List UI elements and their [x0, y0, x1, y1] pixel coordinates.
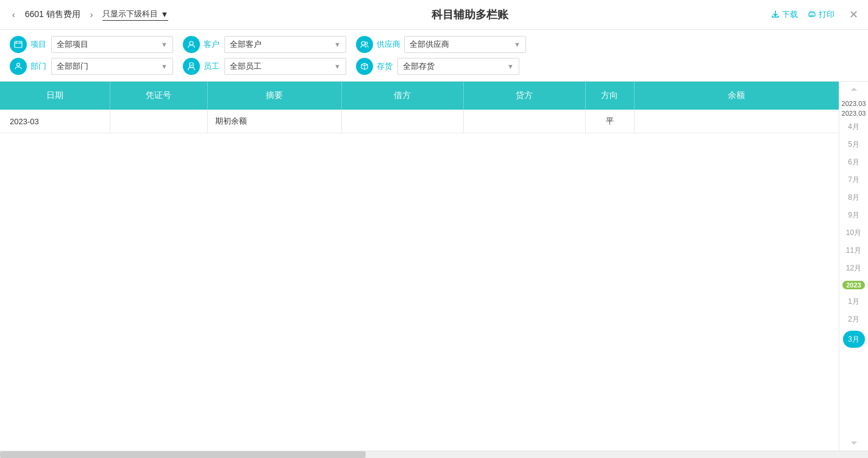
- dept-value: 全部部门: [57, 61, 88, 72]
- sidebar-month-1[interactable]: 1月: [839, 293, 868, 311]
- print-label: 打印: [819, 9, 834, 20]
- sidebar-month-5[interactable]: 5月: [839, 136, 868, 153]
- dept-label: 部门: [30, 61, 48, 72]
- supplier-label: 供应商: [377, 39, 400, 50]
- account-code: 6601 销售费用: [25, 9, 80, 20]
- sidebar-month-7[interactable]: 7月: [839, 171, 868, 189]
- sidebar-down-btn[interactable]: [845, 434, 863, 451]
- cell-date: 2023-03: [0, 110, 110, 133]
- svg-point-6: [361, 41, 365, 45]
- table-row: 2023-03 期初余额 平: [0, 110, 839, 133]
- svg-point-7: [365, 42, 368, 44]
- employee-select[interactable]: 全部员工 ▼: [224, 58, 346, 75]
- filter-supplier: 供应商 全部供应商 ▼: [356, 36, 526, 53]
- project-label: 项目: [30, 39, 48, 50]
- col-credit: 贷方: [463, 82, 585, 110]
- account-code-num: 6601: [25, 9, 44, 19]
- show-sub-label: 只显示下级科目: [102, 9, 158, 19]
- filter-dept: 部门 全部部门 ▼: [10, 58, 173, 75]
- project-value: 全部项目: [57, 39, 88, 50]
- sidebar-month-4[interactable]: 4月: [839, 118, 868, 136]
- col-direction: 方向: [585, 82, 634, 110]
- supplier-arrow-icon: ▼: [514, 41, 521, 48]
- sidebar-period-2[interactable]: 2023.03: [839, 108, 868, 118]
- dept-select[interactable]: 全部部门 ▼: [51, 58, 173, 75]
- filter-goods: 存货 全部存货 ▼: [356, 58, 519, 75]
- sidebar-up-btn[interactable]: [845, 82, 863, 99]
- download-icon: [771, 10, 780, 20]
- close-button[interactable]: ✕: [849, 8, 858, 21]
- svg-rect-1: [15, 41, 22, 48]
- customer-select[interactable]: 全部客户 ▼: [224, 36, 346, 53]
- col-debit: 借方: [341, 82, 463, 110]
- sidebar-month-3-selected[interactable]: 3月: [843, 331, 865, 348]
- next-account-btn[interactable]: ›: [88, 9, 96, 21]
- horizontal-scrollbar[interactable]: [0, 451, 868, 458]
- download-label: 下载: [782, 9, 798, 20]
- col-date: 日期: [0, 82, 110, 110]
- prev-account-btn[interactable]: ‹: [10, 9, 18, 21]
- col-summary: 摘要: [207, 82, 341, 110]
- show-sub-arrow-icon: ▼: [160, 10, 168, 19]
- cell-direction: 平: [585, 110, 634, 133]
- scrollbar-thumb[interactable]: [0, 451, 366, 458]
- svg-point-5: [190, 41, 193, 45]
- cell-balance: [634, 110, 839, 133]
- goods-arrow-icon: ▼: [507, 63, 514, 70]
- cell-debit: [341, 110, 463, 133]
- sidebar-period-1[interactable]: 2023.03: [839, 99, 868, 108]
- supplier-icon: [356, 36, 373, 53]
- svg-point-8: [17, 63, 20, 66]
- customer-value: 全部客户: [230, 39, 261, 50]
- dept-icon: [10, 58, 27, 75]
- main-table-area: 日期 凭证号 摘要 借方 贷方 方向 余额 2023-03: [0, 82, 839, 451]
- account-name: 销售费用: [46, 9, 80, 19]
- col-voucher: 凭证号: [110, 82, 207, 110]
- employee-arrow-icon: ▼: [334, 63, 341, 70]
- goods-select[interactable]: 全部存货 ▼: [397, 58, 519, 75]
- goods-label: 存货: [377, 61, 394, 72]
- sidebar-month-2[interactable]: 2月: [839, 311, 868, 328]
- col-balance: 余额: [634, 82, 839, 110]
- filter-customer: 客户 全部客户 ▼: [183, 36, 346, 53]
- filter-project: 项目 全部项目 ▼: [10, 36, 173, 53]
- year-badge[interactable]: 2023: [842, 281, 864, 289]
- cell-voucher: [110, 110, 207, 133]
- dept-arrow-icon: ▼: [161, 63, 168, 70]
- filter-area: 项目 全部项目 ▼ 客户 全部客户 ▼: [0, 30, 868, 82]
- filter-employee: 员工 全部员工 ▼: [183, 58, 346, 75]
- print-icon: [808, 10, 816, 20]
- filter-row-2: 部门 全部部门 ▼ 员工 全部员工 ▼: [10, 58, 858, 75]
- project-arrow-icon: ▼: [161, 41, 168, 48]
- table-header-row: 日期 凭证号 摘要 借方 贷方 方向 余额: [0, 82, 839, 110]
- filter-row-1: 项目 全部项目 ▼ 客户 全部客户 ▼: [10, 36, 858, 53]
- cell-credit: [463, 110, 585, 133]
- employee-label: 员工: [204, 61, 221, 72]
- customer-icon: [183, 36, 200, 53]
- page-title: 科目辅助多栏账: [176, 7, 764, 22]
- employee-icon: [183, 58, 200, 75]
- svg-rect-0: [809, 13, 815, 16]
- top-actions: 下载 打印 ✕: [771, 8, 858, 21]
- supplier-select[interactable]: 全部供应商 ▼: [404, 36, 526, 53]
- show-sub-button[interactable]: 只显示下级科目 ▼: [102, 9, 168, 21]
- goods-value: 全部存货: [403, 61, 435, 72]
- supplier-value: 全部供应商: [410, 39, 449, 50]
- sidebar-month-9[interactable]: 9月: [839, 206, 868, 224]
- project-icon: [10, 36, 27, 53]
- download-button[interactable]: 下载: [771, 9, 798, 20]
- sidebar-month-6[interactable]: 6月: [839, 153, 868, 171]
- sidebar-month-10[interactable]: 10月: [839, 224, 868, 242]
- sidebar-month-12[interactable]: 12月: [839, 259, 868, 277]
- sidebar-month-8[interactable]: 8月: [839, 189, 868, 206]
- top-bar: ‹ 6601 销售费用 › 只显示下级科目 ▼ 科目辅助多栏账 下载: [0, 0, 868, 30]
- project-select[interactable]: 全部项目 ▼: [51, 36, 173, 53]
- goods-icon: [356, 58, 373, 75]
- sidebar-month-11[interactable]: 11月: [839, 242, 868, 259]
- cell-summary: 期初余额: [207, 110, 341, 133]
- ledger-table: 日期 凭证号 摘要 借方 贷方 方向 余额 2023-03: [0, 82, 839, 133]
- customer-arrow-icon: ▼: [334, 41, 341, 48]
- print-button[interactable]: 打印: [808, 9, 834, 20]
- right-sidebar: 2023.03 2023.03 4月 5月 6月 7月: [839, 82, 868, 451]
- employee-value: 全部员工: [230, 61, 261, 72]
